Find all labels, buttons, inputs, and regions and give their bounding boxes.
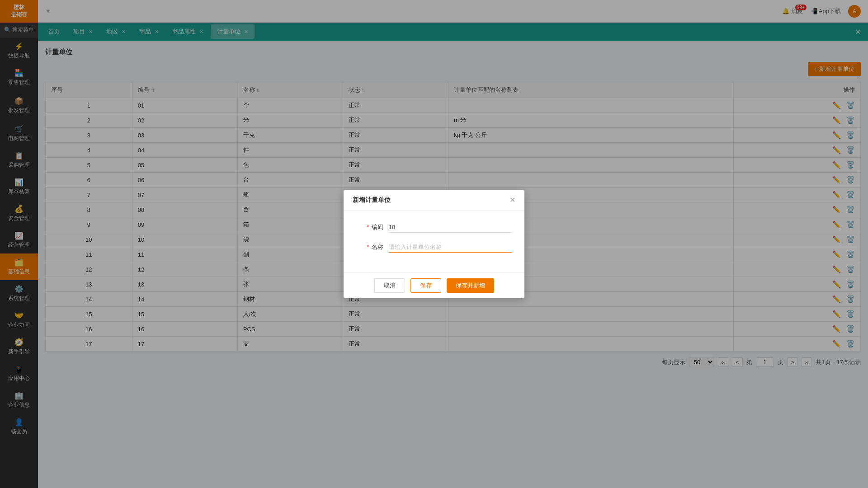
name-input[interactable]	[389, 242, 512, 253]
modal-header: 新增计量单位 ✕	[344, 190, 524, 211]
code-label: * 编码	[356, 223, 383, 231]
modal-body: * 编码 * 名称	[344, 211, 524, 272]
save-button[interactable]: 保存	[410, 278, 441, 293]
name-label: * 名称	[356, 243, 383, 251]
modal-overlay: 新增计量单位 ✕ * 编码 * 名称 取消 保存 保存并新增	[0, 0, 868, 488]
modal-footer: 取消 保存 保存并新增	[344, 272, 524, 298]
add-unit-modal: 新增计量单位 ✕ * 编码 * 名称 取消 保存 保存并新增	[344, 190, 524, 298]
form-row-name: * 名称	[356, 242, 512, 253]
code-input[interactable]	[389, 222, 512, 233]
save-new-button[interactable]: 保存并新增	[447, 278, 494, 293]
cancel-button[interactable]: 取消	[374, 278, 405, 293]
form-row-code: * 编码	[356, 222, 512, 233]
modal-title: 新增计量单位	[353, 196, 391, 204]
modal-close-button[interactable]: ✕	[509, 197, 515, 204]
